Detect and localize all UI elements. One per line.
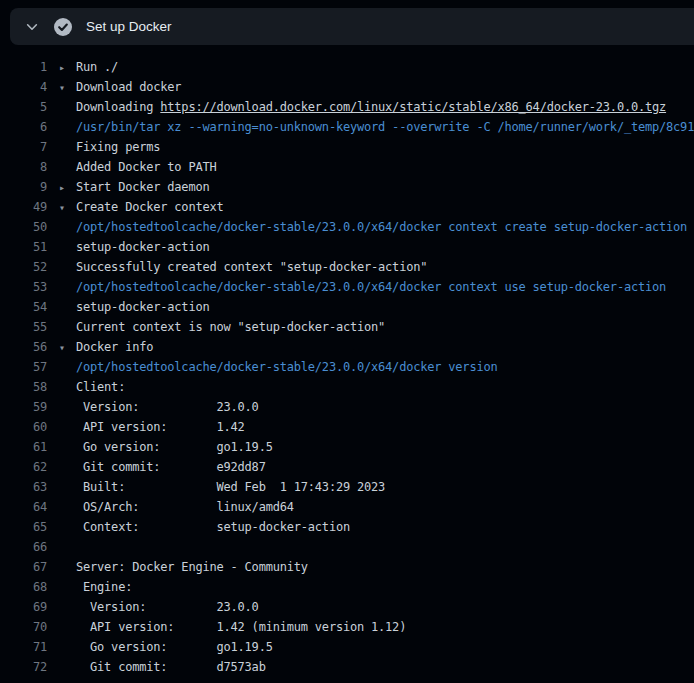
log-line: 71 Go version: go1.19.5: [0, 637, 694, 657]
log-line: 5Downloading https://download.docker.com…: [0, 97, 694, 117]
log-command: /opt/hostedtoolcache/docker-stable/23.0.…: [76, 280, 666, 294]
line-number-link[interactable]: 52: [0, 260, 47, 274]
group-toggle-icon[interactable]: ▸: [59, 62, 76, 73]
log-line: 62 Git commit: e92dd87: [0, 457, 694, 477]
log-line: 4▾Download docker: [0, 77, 694, 97]
log-line: 67Server: Docker Engine - Community: [0, 557, 694, 577]
log-line: 55Current context is now "setup-docker-a…: [0, 317, 694, 337]
log-line: 65 Context: setup-docker-action: [0, 517, 694, 537]
log-text: Built: Wed Feb 1 17:43:29 2023: [76, 480, 385, 494]
group-toggle-icon[interactable]: ▾: [59, 202, 76, 213]
line-number-link[interactable]: 62: [0, 460, 47, 474]
log-line: 72 Git commit: d7573ab: [0, 657, 694, 677]
line-number-link[interactable]: 65: [0, 520, 47, 534]
log-text: Added Docker to PATH: [76, 160, 217, 174]
log-command: /opt/hostedtoolcache/docker-stable/23.0.…: [76, 360, 497, 374]
log-text: setup-docker-action: [76, 240, 209, 254]
log-line: 49▾Create Docker context: [0, 197, 694, 217]
line-number-link[interactable]: 64: [0, 500, 47, 514]
line-number-link[interactable]: 54: [0, 300, 47, 314]
line-number-link[interactable]: 63: [0, 480, 47, 494]
log-text: Docker info: [76, 340, 153, 354]
line-number-link[interactable]: 72: [0, 660, 47, 674]
log-text: Download docker: [76, 80, 181, 94]
log-text: Server: Docker Engine - Community: [76, 560, 308, 574]
log-text: Successfully created context "setup-dock…: [76, 260, 427, 274]
log-text: API version: 1.42 (minimum version 1.12): [76, 620, 406, 634]
log-text: Client:: [76, 380, 125, 394]
log-line: 63 Built: Wed Feb 1 17:43:29 2023: [0, 477, 694, 497]
log-line: 6/usr/bin/tar xz --warning=no-unknown-ke…: [0, 117, 694, 137]
log-text: Go version: go1.19.5: [76, 640, 273, 654]
log-command: /usr/bin/tar xz --warning=no-unknown-key…: [76, 120, 694, 134]
line-number-link[interactable]: 66: [0, 540, 47, 554]
line-number-link[interactable]: 50: [0, 220, 47, 234]
log-text: Start Docker daemon: [76, 180, 209, 194]
log-line: 61 Go version: go1.19.5: [0, 437, 694, 457]
line-number-link[interactable]: 71: [0, 640, 47, 654]
log-text: Version: 23.0.0: [76, 400, 259, 414]
log-text: OS/Arch: linux/amd64: [76, 500, 294, 514]
log-text: setup-docker-action: [76, 300, 209, 314]
line-number-link[interactable]: 61: [0, 440, 47, 454]
log-line: 64 OS/Arch: linux/amd64: [0, 497, 694, 517]
line-number-link[interactable]: 68: [0, 580, 47, 594]
line-number-link[interactable]: 9: [0, 180, 47, 194]
log-line: 56▾Docker info: [0, 337, 694, 357]
line-number-link[interactable]: 59: [0, 400, 47, 414]
log-text: Git commit: e92dd87: [76, 460, 266, 474]
log-text: Version: 23.0.0: [76, 600, 259, 614]
log-link[interactable]: https://download.docker.com/linux/static…: [160, 100, 666, 114]
line-number-link[interactable]: 5: [0, 100, 47, 114]
step-title: Set up Docker: [86, 19, 172, 34]
line-number-link[interactable]: 69: [0, 600, 47, 614]
log-text: Git commit: d7573ab: [76, 660, 266, 674]
check-circle-icon: [54, 18, 72, 36]
line-number-link[interactable]: 60: [0, 420, 47, 434]
line-number-link[interactable]: 56: [0, 340, 47, 354]
chevron-down-icon[interactable]: [20, 15, 44, 39]
log-line: 50/opt/hostedtoolcache/docker-stable/23.…: [0, 217, 694, 237]
step-header[interactable]: Set up Docker: [10, 8, 694, 45]
log-line: 59 Version: 23.0.0: [0, 397, 694, 417]
line-number-link[interactable]: 51: [0, 240, 47, 254]
log-line: 69 Version: 23.0.0: [0, 597, 694, 617]
log-text: Run ./: [76, 60, 118, 74]
log-text: Current context is now "setup-docker-act…: [76, 320, 385, 334]
line-number-link[interactable]: 55: [0, 320, 47, 334]
log-line: 7Fixing perms: [0, 137, 694, 157]
line-number-link[interactable]: 7: [0, 140, 47, 154]
log-text: API version: 1.42: [76, 420, 245, 434]
group-toggle-icon[interactable]: ▸: [59, 182, 76, 193]
log-line: 8Added Docker to PATH: [0, 157, 694, 177]
log-text: Fixing perms: [76, 140, 160, 154]
group-toggle-icon[interactable]: ▾: [59, 82, 76, 93]
line-number-link[interactable]: 6: [0, 120, 47, 134]
line-number-link[interactable]: 1: [0, 60, 47, 74]
log-line: 60 API version: 1.42: [0, 417, 694, 437]
log-command: /opt/hostedtoolcache/docker-stable/23.0.…: [76, 220, 687, 234]
line-number-link[interactable]: 53: [0, 280, 47, 294]
line-number-link[interactable]: 4: [0, 80, 47, 94]
log-text: Engine:: [76, 580, 132, 594]
log-line: 54setup-docker-action: [0, 297, 694, 317]
line-number-link[interactable]: 67: [0, 560, 47, 574]
line-number-link[interactable]: 49: [0, 200, 47, 214]
log-line: 1▸Run ./: [0, 57, 694, 77]
log-line: 9▸Start Docker daemon: [0, 177, 694, 197]
line-number-link[interactable]: 8: [0, 160, 47, 174]
log-line: 57/opt/hostedtoolcache/docker-stable/23.…: [0, 357, 694, 377]
log-line: 53/opt/hostedtoolcache/docker-stable/23.…: [0, 277, 694, 297]
log-container: 1▸Run ./4▾Download docker5Downloading ht…: [0, 57, 694, 677]
log-text: Go version: go1.19.5: [76, 440, 273, 454]
line-number-link[interactable]: 70: [0, 620, 47, 634]
line-number-link[interactable]: 57: [0, 360, 47, 374]
log-text: Context: setup-docker-action: [76, 520, 350, 534]
log-line: 70 API version: 1.42 (minimum version 1.…: [0, 617, 694, 637]
log-text: Create Docker context: [76, 200, 224, 214]
log-line: 58Client:: [0, 377, 694, 397]
line-number-link[interactable]: 58: [0, 380, 47, 394]
group-toggle-icon[interactable]: ▾: [59, 342, 76, 353]
log-line: 51setup-docker-action: [0, 237, 694, 257]
log-line: 68 Engine:: [0, 577, 694, 597]
